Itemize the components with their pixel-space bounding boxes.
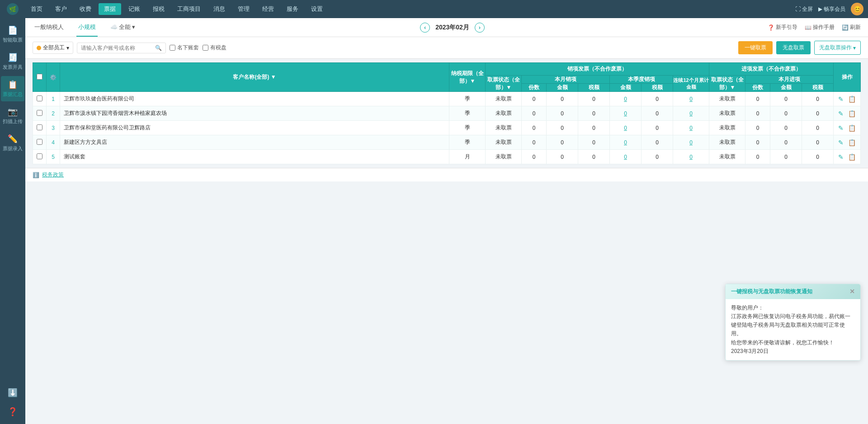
row-purchase-tax: 0	[802, 135, 834, 150]
detail-icon-2[interactable]: 📋	[847, 124, 857, 132]
settings-icon[interactable]: ⚙️	[50, 74, 57, 81]
diskless-fetch-btn[interactable]: 无盘取票	[776, 41, 811, 54]
edit-icon-1[interactable]: ✎	[837, 110, 845, 117]
select-all-checkbox[interactable]	[37, 74, 42, 80]
nav-accounting[interactable]: 记账	[123, 3, 146, 15]
sidebar-item-scan[interactable]: 📷 扫描上传	[1, 103, 24, 129]
tab-general-taxpayer[interactable]: 一般纳税人	[33, 19, 66, 37]
nav-operation[interactable]: 经营	[257, 3, 279, 15]
row-consecutive12: 0	[673, 150, 709, 164]
row-checkbox-1[interactable]	[37, 110, 42, 116]
nav-home[interactable]: 首页	[25, 3, 48, 15]
manual-btn[interactable]: 📖 操作手册	[805, 24, 835, 31]
row-checkbox-0[interactable]	[37, 95, 42, 101]
row-checkbox-4[interactable]	[37, 153, 42, 159]
row-checkbox-cell	[33, 150, 47, 164]
scan-icon: 📷	[8, 107, 18, 117]
purchase-amount-header: 金额	[770, 84, 802, 92]
refresh-btn[interactable]: 🔄 刷新	[842, 24, 861, 31]
account-checkbox[interactable]	[170, 45, 175, 51]
notification-popup: 一键报税与无盘取票功能恢复通知 ✕ 尊敬的用户： 江苏政务网已恢复访问电子税务局…	[725, 284, 861, 361]
notification-title: 一键报税与无盘取票功能恢复通知	[731, 288, 812, 295]
entry-icon: ✏️	[8, 134, 18, 144]
row-purchase-amount: 0	[770, 106, 802, 121]
edit-icon-0[interactable]: ✎	[837, 95, 845, 103]
checkbox-taxdisk[interactable]: 有税盘	[203, 44, 226, 52]
quarter-sales-amount-header: 金额	[610, 84, 642, 92]
table-row: 2 卫辉市汲水镇下园湾香烟营木种植家庭农场 季 未取票 0 0 0 0 0 0 …	[33, 106, 861, 121]
sales-invoice-header: 销项发票（不合作废票）	[486, 63, 709, 76]
row-consecutive12: 0	[673, 135, 709, 150]
sidebar: 📄 智能取票 🧾 发票开具 📋 票据汇总 📷 扫描上传 ✏️ 票据录入 ⬇️ ❓	[0, 18, 25, 424]
employee-select[interactable]: 全部员工 ▾	[33, 42, 73, 54]
row-client-name: 卫辉市汲水镇下园湾香烟营木种植家庭农场	[60, 106, 449, 121]
svg-text:🌿: 🌿	[9, 5, 17, 13]
row-checkbox-cell	[33, 135, 47, 150]
client-name-header: 客户名称(全部) ▼	[60, 63, 449, 92]
guide-icon: ❓	[768, 24, 774, 31]
purchase-invoice-header: 进项发票（不合作废票）	[709, 63, 834, 76]
guide-btn[interactable]: ❓ 新手引导	[768, 24, 797, 31]
nav-ticket[interactable]: 票据	[99, 3, 121, 15]
app-logo: 🌿	[5, 1, 21, 17]
row-purchase-tax: 0	[802, 106, 834, 121]
taxdisk-checkbox[interactable]	[203, 45, 208, 51]
detail-icon-1[interactable]: 📋	[847, 110, 857, 117]
fullscreen-btn[interactable]: ⛶ 全屏	[795, 5, 813, 13]
row-checkbox-2[interactable]	[37, 124, 42, 130]
tab-small-scale[interactable]: 小规模	[76, 19, 98, 37]
detail-icon-3[interactable]: 📋	[847, 139, 857, 146]
row-client-name: 新建区方方文具店	[60, 135, 449, 150]
sidebar-item-invoice[interactable]: 🧾 发票开具	[1, 49, 24, 74]
nav-business[interactable]: 工商项目	[172, 3, 206, 15]
member-btn[interactable]: ▶ 畅享会员	[818, 5, 845, 13]
main-table: ⚙️ 客户名称(全部) ▼ 纳税期限（全部）▼ 销项发票（不合作废票） 进项发票	[33, 62, 861, 164]
row-actions: ✎ 📋	[834, 92, 861, 106]
tab-all[interactable]: ☁️ 全能 ▾	[108, 19, 137, 37]
edit-icon-4[interactable]: ✎	[837, 153, 845, 161]
next-period-btn[interactable]: ›	[475, 23, 485, 33]
one-key-fetch-btn[interactable]: 一键取票	[738, 41, 773, 54]
diskless-ops-btn[interactable]: 无盘取票操作 ▾	[814, 41, 861, 55]
prev-period-btn[interactable]: ‹	[420, 23, 430, 33]
row-sales-amount: 0	[547, 150, 578, 164]
row-tax-period: 季	[449, 106, 486, 121]
settings-header: ⚙️	[47, 63, 60, 92]
avatar[interactable]: 😊	[851, 3, 863, 15]
edit-icon-3[interactable]: ✎	[837, 139, 845, 146]
nav-settings[interactable]: 设置	[306, 3, 328, 15]
search-input[interactable]	[81, 45, 153, 51]
row-quarter-sales-amount: 0	[610, 135, 642, 150]
sidebar-item-download[interactable]: ⬇️	[1, 384, 24, 401]
row-sales-tax: 0	[578, 135, 610, 150]
sidebar-item-entry[interactable]: ✏️ 票据录入	[1, 130, 24, 156]
fetch-icon: 📄	[8, 25, 18, 35]
notification-header: 一键报税与无盘取票功能恢复通知 ✕	[726, 284, 860, 299]
nav-message[interactable]: 消息	[208, 3, 231, 15]
edit-icon-2[interactable]: ✎	[837, 124, 845, 132]
checkbox-account[interactable]: 名下账套	[170, 44, 199, 52]
top-nav-right: ⛶ 全屏 ▶ 畅享会员 😊	[795, 3, 863, 15]
detail-icon-4[interactable]: 📋	[847, 153, 857, 161]
current-month-purchase-header: 本月进项	[745, 76, 834, 84]
nav-client[interactable]: 客户	[50, 3, 72, 15]
row-quarter-sales-amount: 0	[610, 150, 642, 164]
sidebar-item-help[interactable]: ❓	[1, 403, 24, 420]
search-icon[interactable]: 🔍	[155, 45, 162, 51]
detail-icon-0[interactable]: 📋	[847, 95, 857, 103]
row-sales-tax: 0	[578, 106, 610, 121]
row-checkbox-3[interactable]	[37, 139, 42, 145]
nav-manage[interactable]: 管理	[232, 3, 255, 15]
row-sales-tax: 0	[578, 92, 610, 106]
row-actions: ✎ 📋	[834, 106, 861, 121]
sidebar-item-summary[interactable]: 📋 票据汇总	[1, 76, 24, 101]
nav-fee[interactable]: 收费	[74, 3, 97, 15]
row-sales-status: 未取票	[486, 121, 522, 135]
sidebar-item-fetch[interactable]: 📄 智能取票	[1, 22, 24, 47]
period-nav: ‹ 2023年02月 ›	[148, 23, 757, 33]
notification-close-btn[interactable]: ✕	[849, 288, 855, 295]
nav-service[interactable]: 服务	[281, 3, 304, 15]
nav-tax[interactable]: 报税	[147, 3, 170, 15]
row-quarter-sales-tax: 0	[642, 121, 673, 135]
tax-policy-link[interactable]: 税务政策	[42, 171, 64, 179]
